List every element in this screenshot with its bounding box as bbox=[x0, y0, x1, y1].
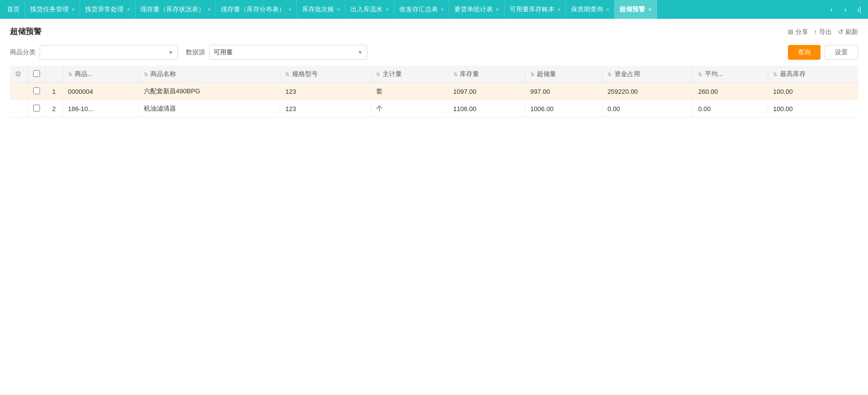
chevron-down-icon: ▼ bbox=[168, 49, 174, 55]
nav-home[interactable]: 首页 bbox=[2, 0, 25, 19]
sort-icon: ⇅ bbox=[285, 72, 289, 77]
row-gear-cell bbox=[10, 100, 28, 118]
sort-icon: ⇅ bbox=[698, 72, 702, 77]
nav-next-button[interactable]: › bbox=[838, 0, 852, 19]
avg-cell: 260.00 bbox=[693, 83, 768, 100]
category-label: 商品分类 bbox=[10, 48, 36, 57]
spec-column-header[interactable]: ⇅ 规格型号 bbox=[280, 66, 371, 83]
close-icon[interactable]: × bbox=[288, 6, 291, 12]
avg-cell: 0.00 bbox=[693, 100, 768, 118]
avg-column-header[interactable]: ⇅ 平均... bbox=[693, 66, 768, 83]
close-icon[interactable]: × bbox=[72, 6, 75, 12]
unit-column-header[interactable]: ⇅ 主计量 bbox=[371, 66, 448, 83]
sort-icon: ⇅ bbox=[453, 72, 457, 77]
capital-use-cell: 0.00 bbox=[602, 100, 693, 118]
row-checkbox[interactable] bbox=[33, 87, 40, 94]
query-button[interactable]: 查询 bbox=[788, 45, 821, 60]
page-title: 超储预警 bbox=[10, 27, 42, 37]
sort-icon: ⇅ bbox=[376, 72, 380, 77]
nav-stock-dist[interactable]: 现存量（库存分布表） × bbox=[216, 0, 297, 19]
nav-inout-flow[interactable]: 出入库流水 × bbox=[346, 0, 394, 19]
overstock-qty-cell: 997.00 bbox=[525, 83, 602, 100]
unit-cell: 个 bbox=[371, 100, 448, 118]
close-icon[interactable]: × bbox=[127, 6, 130, 12]
setting-button[interactable]: 设置 bbox=[825, 45, 858, 60]
overstock-qty-column-header[interactable]: ⇅ 超储量 bbox=[525, 66, 602, 83]
product-name-column-header[interactable]: ⇅ 商品名称 bbox=[138, 66, 280, 83]
nav-overstock-alert[interactable]: 超储预警 × bbox=[614, 0, 656, 19]
refresh-icon: ↺ bbox=[838, 28, 843, 36]
row-checkbox[interactable] bbox=[33, 105, 40, 112]
product-code-cell: 0000004 bbox=[63, 83, 138, 100]
table-row: 2 186-10... 机油滤清器 123 个 1106.00 1006.00 … bbox=[10, 100, 858, 118]
close-icon[interactable]: × bbox=[606, 6, 609, 12]
table-row: 1 0000004 六配套新昌490BPG 123 套 1097.00 997.… bbox=[10, 83, 858, 100]
select-all-checkbox[interactable] bbox=[33, 70, 40, 77]
close-icon[interactable]: × bbox=[208, 6, 211, 12]
capital-use-cell: 259220.00 bbox=[602, 83, 693, 100]
product-name-cell: 六配套新昌490BPG bbox=[138, 83, 280, 100]
top-navigation: 首页 拣货任务管理 × 拣货异常处理 × 现存量（库存状况表） × 现存量（库存… bbox=[0, 0, 868, 19]
sort-icon: ⇅ bbox=[144, 72, 148, 77]
close-icon[interactable]: × bbox=[496, 6, 499, 12]
share-icon: ⊞ bbox=[788, 28, 793, 36]
max-stock-cell: 100.00 bbox=[768, 83, 858, 100]
share-button[interactable]: ⊞ 分享 bbox=[788, 28, 808, 37]
nav-collect-summary[interactable]: 收发存汇总表 × bbox=[394, 0, 449, 19]
sort-icon: ⇅ bbox=[608, 72, 611, 77]
nav-stock-status[interactable]: 现存量（库存状况表） × bbox=[135, 0, 216, 19]
row-checkbox-cell[interactable] bbox=[28, 100, 45, 118]
row-checkbox-cell[interactable] bbox=[28, 83, 45, 100]
nav-task-mgmt[interactable]: 拣货任务管理 × bbox=[25, 0, 80, 19]
sort-icon: ⇅ bbox=[530, 72, 534, 77]
stock-qty-column-header[interactable]: ⇅ 库存量 bbox=[448, 66, 525, 83]
nav-order-stats[interactable]: 要货单统计表 × bbox=[449, 0, 504, 19]
nav-stock-batch[interactable]: 库存批次账 × bbox=[297, 0, 346, 19]
unit-cell: 套 bbox=[371, 83, 448, 100]
stock-qty-cell: 1097.00 bbox=[448, 83, 525, 100]
data-table: ⚙ ⇅ 商品... ⇅ 商品名称 ⇅ 规格型号 bbox=[10, 66, 858, 118]
nav-prev-button[interactable]: ‹ bbox=[825, 0, 838, 19]
gear-column-header[interactable]: ⚙ bbox=[10, 66, 28, 83]
row-number: 2 bbox=[45, 100, 63, 118]
close-icon[interactable]: × bbox=[337, 6, 340, 12]
capital-use-column-header[interactable]: ⇅ 资金占用 bbox=[602, 66, 693, 83]
datasource-select[interactable]: 可用量 ▼ bbox=[209, 45, 367, 60]
sort-icon: ⇅ bbox=[68, 72, 72, 77]
nav-available-stock[interactable]: 可用量库存账本 × bbox=[505, 0, 566, 19]
spec-cell: 123 bbox=[280, 100, 371, 118]
max-stock-cell: 100.00 bbox=[768, 100, 858, 118]
product-name-cell: 机油滤清器 bbox=[138, 100, 280, 118]
page-header: 超储预警 ⊞ 分享 ↑ 导出 ↺ 刷新 bbox=[10, 27, 858, 37]
spec-cell: 123 bbox=[280, 83, 371, 100]
row-gear-cell bbox=[10, 83, 28, 100]
close-icon[interactable]: × bbox=[648, 6, 651, 12]
chevron-down-icon: ▼ bbox=[357, 49, 363, 55]
nav-abnormal[interactable]: 拣货异常处理 × bbox=[80, 0, 135, 19]
refresh-button[interactable]: ↺ 刷新 bbox=[838, 28, 858, 37]
row-num-column-header bbox=[45, 66, 63, 83]
overstock-qty-cell: 1006.00 bbox=[525, 100, 602, 118]
close-icon[interactable]: × bbox=[558, 6, 561, 12]
row-number: 1 bbox=[45, 83, 63, 100]
datasource-label: 数据源 bbox=[186, 48, 205, 57]
export-button[interactable]: ↑ 导出 bbox=[814, 28, 832, 37]
product-code-column-header[interactable]: ⇅ 商品... bbox=[63, 66, 138, 83]
close-icon[interactable]: × bbox=[441, 6, 444, 12]
filter-actions: 查询 设置 bbox=[788, 45, 858, 60]
select-all-column-header[interactable] bbox=[28, 66, 45, 83]
export-icon: ↑ bbox=[814, 28, 818, 36]
category-select[interactable]: ▼ bbox=[40, 45, 178, 60]
filter-area: 商品分类 ▼ 数据源 可用量 ▼ 查询 设置 bbox=[10, 45, 858, 60]
close-icon[interactable]: × bbox=[386, 6, 389, 12]
nav-quality-check[interactable]: 保质期查询 × bbox=[566, 0, 614, 19]
header-actions: ⊞ 分享 ↑ 导出 ↺ 刷新 bbox=[788, 28, 859, 37]
datasource-filter: 数据源 可用量 ▼ bbox=[186, 45, 367, 60]
datasource-value: 可用量 bbox=[214, 48, 233, 57]
stock-qty-cell: 1106.00 bbox=[448, 100, 525, 118]
max-stock-column-header[interactable]: ⇅ 最高库存 bbox=[768, 66, 858, 83]
gear-icon: ⚙ bbox=[15, 70, 21, 78]
page-container: 超储预警 ⊞ 分享 ↑ 导出 ↺ 刷新 商品分类 ▼ 数据源 bbox=[0, 19, 868, 125]
nav-more-button[interactable]: ›| bbox=[852, 0, 866, 19]
table-header-row: ⚙ ⇅ 商品... ⇅ 商品名称 ⇅ 规格型号 bbox=[10, 66, 858, 83]
